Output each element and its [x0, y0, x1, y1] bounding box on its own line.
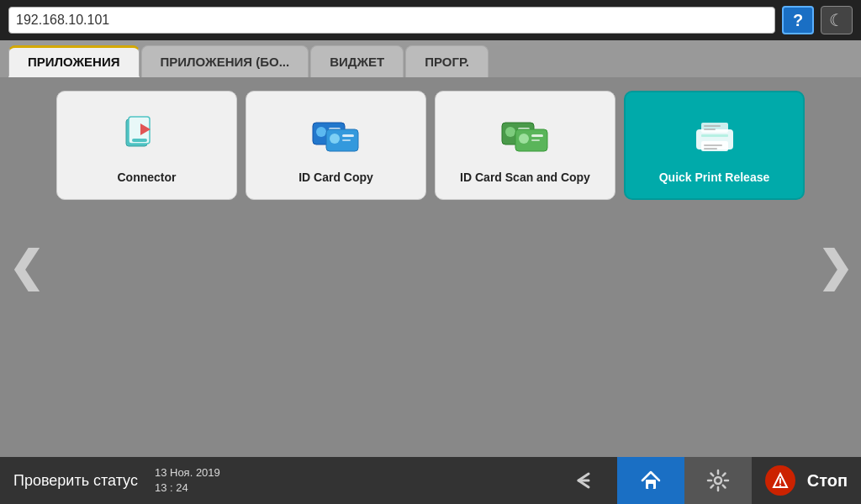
svg-rect-25 [704, 148, 717, 150]
svg-point-13 [505, 127, 515, 137]
svg-point-17 [519, 134, 529, 144]
stop-section: Стоп [752, 465, 861, 496]
tab-apps-more[interactable]: ПРИЛОЖЕНИЯ (БО... [141, 45, 309, 77]
help-button[interactable]: ? [782, 6, 814, 34]
quick-print-label: Quick Print Release [656, 171, 774, 184]
bottom-bar: Проверить статус 13 Ноя. 2019 13 : 24 [0, 457, 861, 504]
nav-left-arrow[interactable]: ❮ [0, 234, 52, 300]
time-text: 13 : 24 [155, 480, 220, 496]
app-card-id-card-scan[interactable]: ID Card Scan and Copy [435, 91, 615, 200]
id-card-scan-label: ID Card Scan and Copy [457, 171, 594, 184]
svg-point-5 [316, 127, 326, 137]
app-card-id-card-copy[interactable]: ID Card Copy [246, 91, 426, 200]
svg-point-9 [330, 134, 340, 144]
svg-rect-19 [531, 139, 540, 141]
date-text: 13 Ноя. 2019 [155, 465, 220, 480]
id-card-copy-icon [307, 107, 366, 165]
svg-rect-10 [342, 134, 354, 137]
svg-rect-24 [704, 144, 722, 146]
top-bar: 192.168.10.101 ? ☾ [0, 0, 861, 40]
sleep-button[interactable]: ☾ [821, 6, 853, 34]
nav-buttons [550, 457, 752, 504]
back-button[interactable] [550, 457, 617, 504]
datetime: 13 Ноя. 2019 13 : 24 [155, 465, 220, 496]
address-text: 192.168.10.101 [16, 13, 109, 28]
id-card-copy-label: ID Card Copy [295, 171, 377, 184]
tab-widget[interactable]: ВИДЖЕТ [310, 45, 404, 77]
tab-bar: ПРИЛОЖЕНИЯ ПРИЛОЖЕНИЯ (БО... ВИДЖЕТ ПРОГ… [0, 40, 861, 77]
svg-rect-26 [704, 125, 721, 127]
svg-rect-23 [701, 134, 728, 137]
svg-rect-3 [132, 139, 147, 142]
nav-right-arrow[interactable]: ❯ [809, 234, 861, 300]
connector-icon [118, 107, 177, 165]
svg-rect-27 [704, 129, 716, 130]
svg-point-33 [779, 485, 781, 486]
app-grid: Connector ID Card Copy [14, 91, 847, 200]
stop-icon[interactable] [765, 465, 795, 496]
connector-label: Connector [114, 171, 180, 184]
app-card-connector[interactable]: Connector [56, 91, 237, 200]
app-card-quick-print[interactable]: Quick Print Release [624, 91, 805, 200]
main-content: ❮ Connector [0, 77, 861, 457]
id-card-scan-icon [496, 107, 555, 165]
svg-rect-18 [531, 134, 543, 137]
tab-prog[interactable]: ПРОГР. [405, 45, 489, 77]
address-bar[interactable]: 192.168.10.101 [8, 7, 775, 34]
quick-print-icon [685, 107, 744, 165]
svg-rect-29 [648, 484, 653, 489]
settings-button[interactable] [684, 457, 752, 504]
status-text: Проверить статус [13, 472, 138, 490]
svg-point-30 [715, 477, 721, 484]
svg-rect-11 [342, 139, 351, 141]
tab-apps[interactable]: ПРИЛОЖЕНИЯ [8, 45, 140, 77]
home-button[interactable] [617, 457, 684, 504]
stop-button[interactable]: Стоп [807, 471, 848, 491]
svg-rect-21 [701, 123, 728, 133]
status-section: Проверить статус 13 Ноя. 2019 13 : 24 [0, 465, 550, 496]
